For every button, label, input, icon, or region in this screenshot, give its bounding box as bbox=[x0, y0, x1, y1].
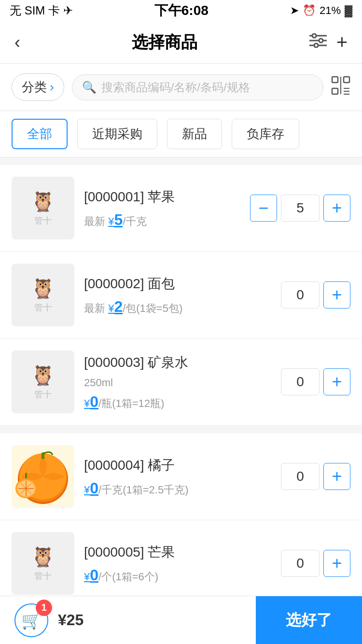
product-name: [0000005] 芒果 bbox=[84, 543, 240, 561]
qty-plus-button[interactable]: + bbox=[323, 195, 350, 222]
owl-icon: 🦉 bbox=[31, 190, 55, 213]
product-name: [0000003] 矿泉水 bbox=[84, 353, 240, 372]
qty-plus-button[interactable]: + bbox=[323, 550, 350, 577]
search-icon: 🔍 bbox=[82, 81, 97, 94]
svg-rect-24 bbox=[25, 473, 27, 478]
qty-control-0000001: − + bbox=[250, 195, 350, 222]
tab-all[interactable]: 全部 bbox=[12, 119, 68, 149]
confirm-button[interactable]: 选好了 bbox=[256, 596, 362, 644]
qty-control-0000003: + bbox=[250, 368, 350, 395]
svg-rect-6 bbox=[332, 77, 338, 83]
qty-control-0000004: + bbox=[250, 463, 350, 490]
product-image-0000001: 🦉 管十 bbox=[12, 177, 74, 239]
product-spec: 250ml bbox=[84, 377, 240, 389]
product-image-0000005: 🦉 管十 bbox=[12, 532, 74, 595]
qty-minus-button[interactable]: − bbox=[250, 195, 277, 222]
qty-input[interactable] bbox=[281, 281, 320, 308]
qty-control-0000005: + bbox=[250, 550, 350, 577]
filter-bar: 分类 › 🔍 搜索商品编码/名称/条码/规格 bbox=[0, 64, 362, 111]
section-divider bbox=[0, 426, 362, 434]
tab-new[interactable]: 新品 bbox=[167, 119, 222, 149]
product-image-0000002: 🦉 管十 bbox=[12, 264, 74, 326]
status-left: 无 SIM 卡 ✈ bbox=[10, 3, 73, 18]
qty-input[interactable] bbox=[281, 550, 320, 577]
product-price: ¥0/瓶(1箱=12瓶) bbox=[84, 393, 240, 411]
svg-rect-7 bbox=[344, 77, 349, 83]
back-button[interactable]: ‹ bbox=[14, 32, 20, 53]
product-price: 最新 ¥2/包(1袋=5包) bbox=[84, 298, 240, 316]
page-title: 选择商品 bbox=[132, 31, 197, 54]
add-button[interactable]: + bbox=[336, 31, 348, 53]
nav-actions: + bbox=[309, 31, 348, 53]
product-info-0000001: [0000001] 苹果 最新 ¥5/千克 bbox=[84, 188, 240, 229]
qty-input[interactable] bbox=[281, 463, 320, 490]
cart-section: 🛒 1 ¥25 bbox=[0, 603, 256, 637]
nav-bar: ‹ 选择商品 + bbox=[0, 21, 362, 64]
owl-icon: 🦉 bbox=[31, 364, 55, 387]
filter-button[interactable] bbox=[309, 33, 327, 52]
battery-status: 21% bbox=[320, 4, 341, 17]
qty-plus-button[interactable]: + bbox=[323, 281, 350, 308]
cart-badge: 1 bbox=[36, 600, 52, 616]
status-bar: 无 SIM 卡 ✈ 下午6:08 ➤ ⏰ 21% ▓ bbox=[0, 0, 362, 21]
list-item: 🦉 管十 [0000002] 面包 最新 ¥2/包(1袋=5包) + bbox=[0, 252, 362, 338]
qty-plus-button[interactable]: + bbox=[323, 368, 350, 395]
sim-status: 无 SIM 卡 ✈ bbox=[10, 3, 73, 18]
product-info-0000002: [0000002] 面包 最新 ¥2/包(1袋=5包) bbox=[84, 275, 240, 316]
product-image-0000004 bbox=[12, 445, 74, 508]
product-name: [0000004] 橘子 bbox=[84, 456, 240, 475]
alarm-icon: ⏰ bbox=[303, 4, 316, 17]
tab-bar: 全部 近期采购 新品 负库存 bbox=[0, 111, 362, 157]
scan-button[interactable] bbox=[331, 76, 350, 99]
svg-point-5 bbox=[314, 43, 318, 47]
qty-plus-button[interactable]: + bbox=[323, 463, 350, 490]
tab-recent[interactable]: 近期采购 bbox=[77, 119, 157, 149]
qty-input[interactable] bbox=[281, 195, 320, 222]
qty-input[interactable] bbox=[281, 368, 320, 395]
location-icon: ➤ bbox=[290, 4, 299, 17]
product-image-0000003: 🦉 管十 bbox=[12, 350, 74, 413]
owl-icon: 🦉 bbox=[31, 546, 55, 568]
product-price: ¥0/千克(1箱=2.5千克) bbox=[84, 479, 240, 497]
product-name: [0000001] 苹果 bbox=[84, 188, 240, 206]
product-info-0000004: [0000004] 橘子 ¥0/千克(1箱=2.5千克) bbox=[84, 456, 240, 497]
section-divider bbox=[0, 157, 362, 165]
cart-total: ¥25 bbox=[58, 611, 84, 629]
svg-rect-8 bbox=[332, 88, 338, 94]
list-item: 🦉 管十 [0000003] 矿泉水 250ml ¥0/瓶(1箱=12瓶) + bbox=[0, 339, 362, 425]
list-item: [0000004] 橘子 ¥0/千克(1箱=2.5千克) + bbox=[0, 434, 362, 519]
bottom-bar: 🛒 1 ¥25 选好了 bbox=[0, 596, 362, 644]
list-item: 🦉 管十 [0000001] 苹果 最新 ¥5/千克 − + bbox=[0, 165, 362, 251]
svg-point-4 bbox=[319, 39, 323, 42]
category-button[interactable]: 分类 › bbox=[12, 73, 64, 101]
list-item: 🦉 管十 [0000005] 芒果 ¥0/个(1箱=6个) + bbox=[0, 520, 362, 606]
product-info-0000005: [0000005] 芒果 ¥0/个(1箱=6个) bbox=[84, 543, 240, 584]
qty-control-0000002: + bbox=[250, 281, 350, 308]
battery-icon: ▓ bbox=[345, 4, 352, 17]
product-info-0000003: [0000003] 矿泉水 250ml ¥0/瓶(1箱=12瓶) bbox=[84, 353, 240, 411]
tab-negative-stock[interactable]: 负库存 bbox=[232, 119, 299, 149]
status-time: 下午6:08 bbox=[154, 1, 209, 20]
product-list: 🦉 管十 [0000001] 苹果 最新 ¥5/千克 − + 🦉 管十 [000… bbox=[0, 165, 362, 644]
search-placeholder: 搜索商品编码/名称/条码/规格 bbox=[101, 80, 250, 95]
svg-point-3 bbox=[312, 34, 316, 38]
search-box[interactable]: 🔍 搜索商品编码/名称/条码/规格 bbox=[72, 74, 323, 100]
product-price: 最新 ¥5/千克 bbox=[84, 211, 240, 229]
cart-icon-wrap[interactable]: 🛒 1 bbox=[14, 603, 48, 637]
status-right: ➤ ⏰ 21% ▓ bbox=[290, 4, 352, 17]
product-name: [0000002] 面包 bbox=[84, 275, 240, 293]
owl-icon: 🦉 bbox=[31, 277, 55, 300]
product-price: ¥0/个(1箱=6个) bbox=[84, 566, 240, 584]
